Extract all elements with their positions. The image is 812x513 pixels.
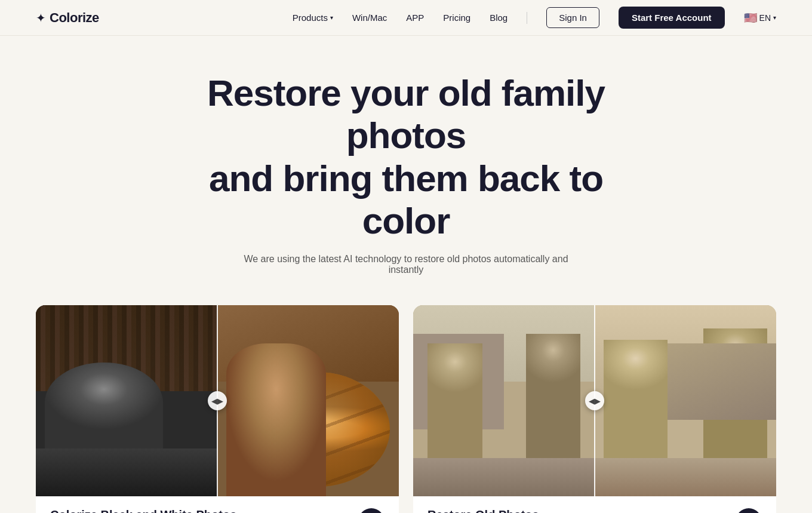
einstein-color-image [217, 305, 399, 496]
card-colorize-arrow[interactable]: → [358, 508, 385, 513]
image-slider-handle-2[interactable]: ◀▶ [594, 305, 595, 496]
card-colorize-body: Colorize Black and White Photos Colorize… [36, 496, 399, 513]
girls-color-image [595, 305, 776, 496]
card-restore-arrow[interactable]: → [736, 508, 762, 513]
signin-button[interactable]: Sign In [546, 7, 599, 28]
hero-subtitle: We are using the latest AI technology to… [227, 254, 585, 275]
lang-chevron-icon: ▾ [773, 14, 776, 21]
slider-button-2[interactable]: ◀▶ [585, 391, 604, 410]
card-restore: ◀▶ Restore Old Photos Restore old photos… [413, 305, 776, 513]
start-free-button[interactable]: Start Free Account [619, 7, 725, 29]
image-slider-handle[interactable]: ◀▶ [217, 305, 218, 496]
nav-divider [527, 12, 527, 24]
card-colorize-title: Colorize Black and White Photos [50, 508, 271, 513]
card-restore-image: ◀▶ [413, 305, 776, 496]
card-colorize-text: Colorize Black and White Photos Colorize… [50, 508, 271, 513]
nav-pricing[interactable]: Pricing [443, 13, 470, 23]
slider-arrows-icon-2: ◀▶ [589, 397, 601, 406]
slider-button[interactable]: ◀▶ [208, 391, 227, 410]
flag-icon: 🇺🇸 [744, 11, 757, 24]
card-colorize-image: ◀▶ [36, 305, 399, 496]
einstein-bw-image [36, 305, 217, 496]
nav-products[interactable]: Products ▾ [293, 13, 333, 23]
nav-app[interactable]: APP [406, 13, 424, 23]
girls-bw-image [413, 305, 595, 496]
card-restore-text: Restore Old Photos Restore old photos wh… [427, 508, 646, 513]
lang-label: EN [759, 13, 771, 23]
language-selector[interactable]: 🇺🇸 EN ▾ [744, 11, 776, 24]
card-colorize: ◀▶ Colorize Black and White Photos Color… [36, 305, 399, 513]
logo-star-icon: ✦ [36, 11, 46, 25]
chevron-down-icon: ▾ [330, 14, 333, 21]
header: ✦ Colorize Products ▾ Win/Mac APP Pricin… [0, 0, 812, 36]
logo[interactable]: ✦ Colorize [36, 10, 99, 26]
slider-arrows-icon: ◀▶ [211, 397, 223, 406]
main-nav: Products ▾ Win/Mac APP Pricing Blog Sign… [293, 7, 776, 29]
cards-grid: ◀▶ Colorize Black and White Photos Color… [0, 305, 812, 513]
hero-title: Restore your old family photos and bring… [167, 72, 645, 242]
card-restore-title: Restore Old Photos [427, 508, 646, 513]
hero-section: Restore your old family photos and bring… [0, 36, 812, 305]
nav-winmac[interactable]: Win/Mac [352, 13, 387, 23]
card-restore-body: Restore Old Photos Restore old photos wh… [413, 496, 776, 513]
nav-blog[interactable]: Blog [490, 13, 508, 23]
logo-text: Colorize [50, 10, 99, 26]
